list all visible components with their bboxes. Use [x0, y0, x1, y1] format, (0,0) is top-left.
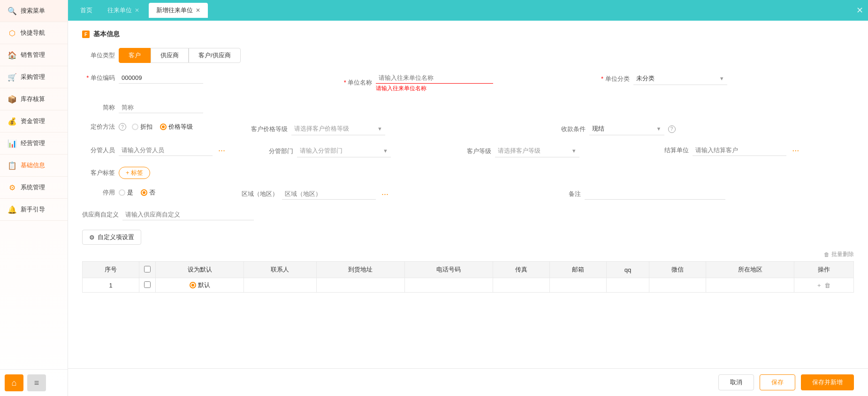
tab-contacts-close[interactable]: ✕: [135, 8, 139, 13]
save-new-button[interactable]: 保存并新增: [801, 374, 854, 390]
sidebar-item-purchase[interactable]: 🛒 采购管理: [0, 66, 68, 88]
disabled-label: 停用: [82, 188, 115, 197]
manager-label: 分管人员: [82, 146, 115, 155]
payment-arrow-icon: ▼: [656, 126, 662, 132]
remarks-input[interactable]: [585, 188, 725, 200]
sidebar-item-label: 经营管理: [21, 139, 45, 148]
sidebar-item-search[interactable]: 🔍 搜索菜单: [0, 0, 68, 22]
sidebar-item-beginner[interactable]: 🔔 新手引导: [0, 199, 68, 221]
row-qq: [606, 278, 649, 293]
unit-type-buttons: 客户 供应商 客户/供应商: [119, 48, 241, 63]
department-select[interactable]: 请输入分管部门 ▼: [297, 145, 391, 157]
col-region: 所在地区: [706, 262, 794, 278]
tab-contacts[interactable]: 往来单位 ✕: [100, 3, 147, 18]
type-btn-both[interactable]: 客户/供应商: [189, 48, 241, 63]
disabled-row: 停用 是 否 区域（地区） ···: [82, 188, 854, 200]
sales-icon: 🏠: [8, 50, 17, 60]
sidebar-home-btn[interactable]: ⌂: [5, 374, 23, 391]
disabled-radio-no[interactable]: 否: [141, 188, 155, 197]
tab-new-contact-close[interactable]: ✕: [196, 8, 200, 13]
row-address: [316, 278, 404, 293]
pricing-radio-level[interactable]: 价格等级: [160, 123, 193, 131]
region-input[interactable]: [282, 188, 376, 200]
sidebar-item-basicinfo[interactable]: 📋 基础信息: [0, 155, 68, 177]
disabled-radio-yes[interactable]: 是: [119, 188, 133, 197]
purchase-icon: 🛒: [8, 72, 17, 82]
sidebar-item-quicknav[interactable]: ⬡ 快捷导航: [0, 22, 68, 44]
sidebar-extra-btn[interactable]: ≡: [27, 374, 46, 391]
manager-input[interactable]: [119, 145, 213, 156]
row-delete-icon[interactable]: 🗑: [824, 282, 830, 289]
category-arrow-icon: ▼: [719, 76, 724, 81]
col-address: 到货地址: [316, 262, 404, 278]
col-default: 设为默认: [156, 262, 244, 278]
region-label: 区域（地区）: [242, 190, 278, 198]
add-tag-button[interactable]: + 标签: [119, 167, 150, 179]
sidebar-item-label: 库存核算: [21, 95, 45, 103]
unit-name-input[interactable]: [376, 72, 493, 84]
unit-code-input[interactable]: [119, 72, 203, 84]
col-contact: 联系人: [244, 262, 317, 278]
row-email: [549, 278, 606, 293]
batch-delete-area: 🗑 批量删除: [82, 250, 854, 258]
pricing-question-icon[interactable]: ?: [119, 123, 126, 131]
sidebar-item-label: 基础信息: [21, 161, 45, 170]
short-name-input[interactable]: [119, 102, 203, 113]
customer-tag-row: 客户标签 + 标签: [82, 167, 854, 179]
unit-fields-row: 单位编码 单位名称 请输入往来单位名称 单位分类 未分类 ▼: [82, 72, 854, 93]
type-btn-supplier[interactable]: 供应商: [151, 48, 189, 63]
pricing-radio-group: 折扣 价格等级: [132, 123, 193, 131]
unit-name-group: 单位名称 请输入往来单位名称: [339, 72, 596, 93]
sidebar-item-finance[interactable]: 💰 资金管理: [0, 110, 68, 132]
tab-home[interactable]: 首页: [73, 6, 100, 15]
section-header: F 基本信息: [82, 30, 854, 39]
header-checkbox[interactable]: [144, 266, 151, 272]
payment-terms-group: 收款条件 现结 ▼ ?: [553, 123, 854, 135]
settlement-more-icon[interactable]: ···: [790, 146, 801, 155]
level-radio-circle: [160, 124, 167, 130]
customer-price-select[interactable]: 请选择客户价格等级 ▼: [291, 123, 385, 135]
type-btn-customer[interactable]: 客户: [119, 48, 151, 63]
col-fax: 传真: [493, 262, 549, 278]
row-checkbox[interactable]: [144, 281, 151, 288]
customer-level-group: 客户等级 请选择客户等级 ▼: [458, 145, 656, 157]
no-radio-circle: [141, 189, 147, 196]
pricing-radio-discount[interactable]: 折扣: [132, 123, 152, 131]
sidebar-item-label: 销售管理: [21, 51, 45, 59]
row-add-icon[interactable]: +: [817, 282, 821, 289]
cancel-button[interactable]: 取消: [718, 374, 754, 390]
settlement-input[interactable]: [693, 145, 786, 156]
unit-type-row: 单位类型 客户 供应商 客户/供应商: [82, 48, 854, 63]
payment-question-icon[interactable]: ?: [668, 125, 676, 133]
sidebar-item-inventory[interactable]: 📦 库存核算: [0, 88, 68, 110]
settlement-label: 结算单位: [656, 146, 689, 155]
region-more-icon[interactable]: ···: [380, 189, 390, 199]
sidebar-item-operations[interactable]: 📊 经营管理: [0, 132, 68, 155]
system-icon: ⚙: [8, 183, 17, 192]
payment-terms-select[interactable]: 现结 ▼: [589, 123, 664, 135]
unit-category-select[interactable]: 未分类 ▼: [633, 72, 727, 85]
row-default-radio[interactable]: 默认: [160, 281, 239, 289]
row-contact: [244, 278, 317, 293]
sidebar-item-sales[interactable]: 🏠 销售管理: [0, 44, 68, 66]
sidebar: 🔍 搜索菜单 ⬡ 快捷导航 🏠 销售管理 🛒 采购管理 📦 库存核算 💰 资金管…: [0, 0, 68, 396]
sidebar-item-label: 快捷导航: [21, 29, 45, 37]
unit-type-label: 单位类型: [82, 51, 115, 60]
sidebar-item-label: 资金管理: [21, 117, 45, 125]
col-qq: qq: [606, 262, 649, 278]
customer-level-select[interactable]: 请选择客户等级 ▼: [495, 145, 579, 157]
main-area: 首页 往来单位 ✕ 新增往来单位 ✕ ✕ F 基本信息 单位类型 客户 供应商 …: [68, 0, 868, 396]
tab-new-contact[interactable]: 新增往来单位 ✕: [149, 3, 208, 18]
save-button[interactable]: 保存: [760, 374, 795, 390]
contacts-table: 序号 设为默认 联系人 到货地址 电话号码 传真 邮箱 qq 微信 所在地区 操…: [82, 261, 854, 293]
sidebar-item-system[interactable]: ⚙ 系统管理: [0, 177, 68, 199]
row-no: 1: [83, 278, 139, 293]
bottom-bar: 取消 保存 保存并新增: [68, 368, 868, 396]
window-close-icon[interactable]: ✕: [856, 5, 863, 16]
manager-more-icon[interactable]: ···: [216, 146, 227, 155]
department-group: 分管部门 请输入分管部门 ▼: [260, 145, 458, 157]
supplier-custom-input[interactable]: [122, 209, 254, 220]
row-phone: [404, 278, 493, 293]
custom-settings-button[interactable]: ⚙ 自定义项设置: [82, 230, 141, 245]
batch-delete-button[interactable]: 🗑 批量删除: [824, 250, 854, 258]
